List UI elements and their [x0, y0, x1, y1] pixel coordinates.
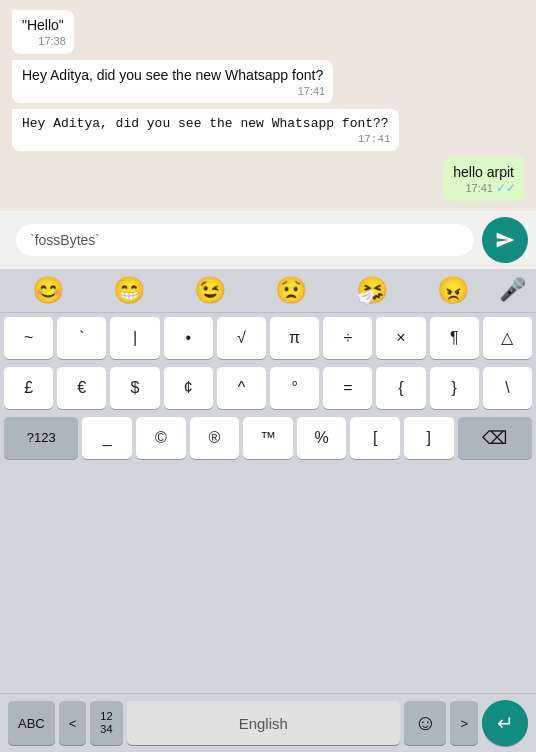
emoji-key[interactable]: 🤧 — [333, 275, 410, 306]
message-bubble: Hey Aditya, did you see the new Whatsapp… — [12, 60, 333, 104]
key-%[interactable]: % — [297, 417, 347, 459]
message-time: 17:41 — [358, 132, 391, 147]
keyboard: ~`|•√π÷×¶△ £€$¢^°={}\ ?123_©®™%[]⌫ — [0, 313, 536, 693]
key-^[interactable]: ^ — [217, 367, 266, 409]
message-bubble: hello arpit17:41 ✓✓ — [443, 157, 524, 201]
gt-key[interactable]: > — [450, 701, 478, 745]
key-£[interactable]: £ — [4, 367, 53, 409]
key-÷[interactable]: ÷ — [323, 317, 372, 359]
chat-area: "Hello"17:38Hey Aditya, did you see the … — [0, 0, 536, 211]
input-bar — [0, 211, 536, 269]
key-™[interactable]: ™ — [243, 417, 293, 459]
key-|[interactable]: | — [110, 317, 159, 359]
key-~[interactable]: ~ — [4, 317, 53, 359]
key-π[interactable]: π — [270, 317, 319, 359]
key-=[interactable]: = — [323, 367, 372, 409]
key-°[interactable]: ° — [270, 367, 319, 409]
message-time: 17:38 — [38, 34, 66, 49]
key-©[interactable]: © — [136, 417, 186, 459]
emoji-key[interactable]: 😉 — [172, 275, 249, 306]
message-wrapper: "Hello"17:38 — [12, 10, 524, 54]
numbers-key[interactable]: 12 34 — [90, 701, 122, 745]
abc-key[interactable]: ABC — [8, 701, 55, 745]
emoji-key[interactable]: 😠 — [414, 275, 491, 306]
lt-key[interactable]: < — [59, 701, 87, 745]
delete-key[interactable]: ⌫ — [458, 417, 532, 459]
message-input[interactable] — [16, 224, 474, 256]
message-wrapper: hello arpit17:41 ✓✓ — [12, 157, 524, 201]
emoji-key[interactable]: 😁 — [91, 275, 168, 306]
key-¢[interactable]: ¢ — [164, 367, 213, 409]
key-€[interactable]: € — [57, 367, 106, 409]
key-123[interactable]: ?123 — [4, 417, 78, 459]
key-√[interactable]: √ — [217, 317, 266, 359]
key-}[interactable]: } — [430, 367, 479, 409]
key-row-3: ?123_©®™%[]⌫ — [0, 413, 536, 463]
key-row-2: £€$¢^°={}\ — [0, 363, 536, 413]
key-row-1: ~`|•√π÷×¶△ — [0, 313, 536, 363]
message-wrapper: Hey Aditya, did you see the new Whatsapp… — [12, 109, 524, 151]
emoji-key[interactable]: 😟 — [252, 275, 329, 306]
emoji-row: 😊😁😉😟🤧😠🎤 — [0, 269, 536, 313]
message-time: 17:41 ✓✓ — [465, 180, 516, 197]
key-△[interactable]: △ — [483, 317, 532, 359]
emoji-bottom-key[interactable]: ☺ — [404, 701, 446, 745]
english-key[interactable]: English — [127, 701, 400, 745]
key-×[interactable]: × — [376, 317, 425, 359]
key-$[interactable]: $ — [110, 367, 159, 409]
message-bubble: "Hello"17:38 — [12, 10, 74, 54]
send-button[interactable] — [482, 217, 528, 263]
key-[[interactable]: [ — [350, 417, 400, 459]
key-][interactable]: ] — [404, 417, 454, 459]
message-wrapper: Hey Aditya, did you see the new Whatsapp… — [12, 60, 524, 104]
mic-icon[interactable]: 🎤 — [499, 277, 526, 303]
key-•[interactable]: • — [164, 317, 213, 359]
enter-key[interactable]: ↵ — [482, 700, 528, 746]
send-icon — [495, 230, 515, 250]
bottom-bar: ABC<12 34English☺>↵ — [0, 693, 536, 752]
key-_[interactable]: _ — [82, 417, 132, 459]
emoji-key[interactable]: 😊 — [10, 275, 87, 306]
key-\[interactable]: \ — [483, 367, 532, 409]
message-tick: ✓✓ — [496, 181, 516, 195]
message-bubble: Hey Aditya, did you see the new Whatsapp… — [12, 109, 399, 151]
key-{[interactable]: { — [376, 367, 425, 409]
key-`[interactable]: ` — [57, 317, 106, 359]
message-time: 17:41 — [298, 84, 326, 99]
key-¶[interactable]: ¶ — [430, 317, 479, 359]
key-®[interactable]: ® — [190, 417, 240, 459]
